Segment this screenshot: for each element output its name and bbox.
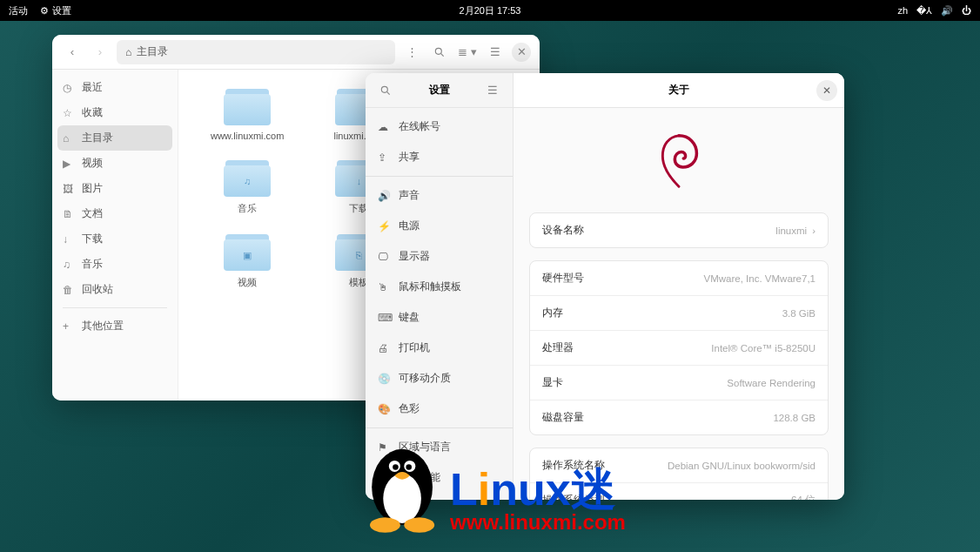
settings-title: 设置 (404, 83, 474, 98)
folder-label: 音乐 (238, 202, 257, 215)
activities-button[interactable]: 活动 (9, 4, 28, 17)
settings-item[interactable]: 🖵显示器 (366, 241, 513, 272)
settings-item-label: 辅助功能 (399, 470, 440, 485)
more-button[interactable]: ⋮ (400, 41, 423, 64)
info-label: 操作系统名称 (542, 459, 605, 472)
settings-item[interactable]: ⚡电源 (366, 211, 513, 241)
home-icon: ⌂ (125, 46, 131, 58)
settings-item-icon: ☁ (378, 121, 390, 133)
app-menu[interactable]: ⚙ 设置 (40, 4, 71, 17)
search-button[interactable] (428, 41, 451, 64)
close-button[interactable]: ✕ (512, 43, 531, 62)
folder-item[interactable]: ▣视频 (196, 232, 299, 289)
settings-item-icon: ⚑ (378, 441, 390, 454)
settings-close-button[interactable]: ✕ (816, 80, 837, 101)
sidebar-item-pictures[interactable]: 🖼图片 (52, 176, 178, 201)
settings-item[interactable]: 🎨色彩 (366, 394, 513, 424)
svg-point-11 (404, 517, 434, 532)
sidebar-label: 回收站 (82, 282, 113, 297)
device-name-card[interactable]: 设备名称 linuxmi› (529, 212, 829, 248)
info-label: 硬件型号 (542, 272, 584, 285)
power-icon[interactable]: ⏻ (962, 5, 971, 16)
debian-logo (529, 131, 829, 192)
info-label: 处理器 (542, 341, 574, 354)
settings-item[interactable]: 💿可移动介质 (366, 363, 513, 394)
files-header: ‹ › ⌂ 主目录 ⋮ ≣ ▾ ☰ ✕ (52, 35, 540, 70)
settings-item[interactable]: 👥用户 (366, 493, 513, 500)
settings-item-icon: 🖨 (378, 342, 390, 354)
settings-item-label: 区域与语言 (399, 440, 451, 454)
sidebar-item-downloads[interactable]: ↓下载 (52, 226, 178, 252)
network-icon[interactable]: �⅄ (916, 5, 932, 17)
settings-item[interactable]: ☁在线帐号 (366, 111, 513, 142)
settings-item-icon: 💿 (378, 373, 390, 385)
sidebar-item-videos[interactable]: ▶视频 (52, 151, 178, 176)
settings-item-label: 共享 (399, 150, 420, 165)
settings-item[interactable]: 🖨打印机 (366, 333, 513, 363)
folder-item[interactable]: ♫音乐 (196, 158, 299, 215)
settings-menu-button[interactable]: ☰ (481, 79, 504, 102)
plus-icon: + (63, 320, 75, 333)
sidebar-item-recent[interactable]: ◷最近 (52, 75, 178, 100)
settings-item-icon: 🖵 (378, 251, 390, 263)
info-value: 128.8 GB (773, 413, 816, 423)
folder-icon: ▣ (224, 232, 271, 271)
settings-item-label: 可移动介质 (399, 371, 451, 386)
svg-point-10 (370, 517, 400, 532)
info-row: 处理器Intel® Core™ i5-8250U (530, 331, 828, 366)
info-row: 操作系统类型64 位 (530, 483, 828, 500)
settings-item[interactable]: ⇪共享 (366, 142, 513, 172)
info-value: 3.8 GiB (782, 308, 816, 319)
info-row: 操作系统名称Debian GNU/Linux bookworm/sid (530, 448, 828, 483)
sidebar-label: 其他位置 (82, 319, 124, 333)
trash-icon: 🗑 (63, 284, 75, 296)
settings-item[interactable]: ♿辅助功能 (366, 462, 513, 493)
sidebar-label: 文档 (82, 206, 103, 221)
os-info-card: 操作系统名称Debian GNU/Linux bookworm/sid操作系统类… (529, 448, 829, 500)
info-label: 磁盘容量 (542, 411, 584, 424)
info-row: 显卡Software Rendering (530, 366, 828, 401)
settings-item[interactable]: ⚑区域与语言 (366, 432, 513, 462)
sidebar-item-other[interactable]: +其他位置 (52, 313, 178, 339)
back-button[interactable]: ‹ (61, 41, 84, 64)
sidebar-item-music[interactable]: ♫音乐 (52, 252, 178, 277)
clock-icon: ◷ (63, 82, 75, 94)
star-icon: ☆ (63, 107, 75, 119)
settings-item[interactable]: 🔊声音 (366, 180, 513, 211)
settings-item-label: 色彩 (399, 401, 420, 416)
sidebar-item-trash[interactable]: 🗑回收站 (52, 277, 178, 302)
sidebar-item-documents[interactable]: 🗎文档 (52, 201, 178, 226)
volume-icon[interactable]: 🔊 (941, 5, 953, 17)
doc-icon: 🗎 (63, 208, 75, 220)
info-value: VMware, Inc. VMware7,1 (704, 273, 816, 284)
settings-item-icon: 🖱 (378, 281, 390, 293)
input-lang[interactable]: zh (897, 5, 908, 16)
clock[interactable]: 2月20日 17:53 (460, 4, 521, 17)
top-bar: 活动 ⚙ 设置 2月20日 17:53 zh �⅄ 🔊 ⏻ (0, 0, 980, 21)
settings-item[interactable]: 🖱鼠标和触摸板 (366, 272, 513, 302)
folder-item[interactable]: www.linuxmi.com (196, 87, 299, 141)
info-label: 显卡 (542, 376, 563, 389)
list-view-button[interactable]: ≣ ▾ (456, 41, 479, 64)
gear-icon: ⚙ (40, 5, 49, 17)
sidebar-item-starred[interactable]: ☆收藏 (52, 100, 178, 125)
settings-search-button[interactable] (374, 79, 397, 102)
info-value: Debian GNU/Linux bookworm/sid (668, 461, 816, 471)
settings-item-icon: ⇪ (378, 151, 390, 164)
music-icon: ♫ (63, 259, 75, 271)
image-icon: 🖼 (63, 183, 75, 195)
about-title: 关于 (668, 83, 689, 98)
path-bar[interactable]: ⌂ 主目录 (117, 40, 395, 64)
info-value: 64 位 (791, 494, 816, 500)
forward-button[interactable]: › (89, 41, 111, 64)
device-name-label: 设备名称 (542, 224, 584, 237)
settings-item-icon: ⚡ (378, 220, 390, 232)
settings-item-label: 在线帐号 (399, 119, 440, 134)
hamburger-button[interactable]: ☰ (484, 41, 507, 64)
svg-point-0 (435, 48, 441, 54)
chevron-right-icon: › (812, 226, 816, 236)
settings-item[interactable]: ⌨键盘 (366, 302, 513, 333)
settings-item-icon: 🎨 (378, 403, 390, 415)
sidebar-item-home[interactable]: ⌂主目录 (57, 125, 172, 151)
info-value: Intel® Core™ i5-8250U (711, 343, 816, 353)
